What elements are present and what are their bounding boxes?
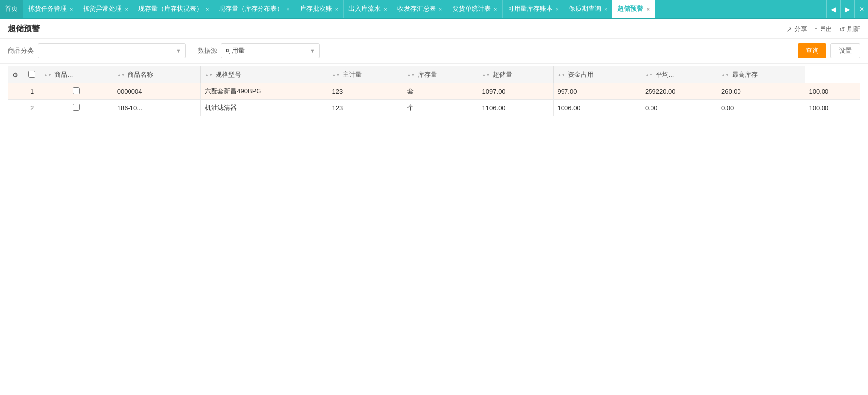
row-avg-0: 260.00	[717, 83, 805, 100]
top-navigation: 首页 拣货任务管理 × 拣货异常处理 × 现存量（库存状况表） × 现存量（库存…	[0, 0, 868, 19]
th-code[interactable]: ▲▼ 商品...	[40, 66, 113, 83]
th-capital[interactable]: ▲▼ 资金占用	[553, 66, 641, 83]
th-maxstock[interactable]: ▲▼ 最高库存	[717, 66, 805, 83]
row-check-0[interactable]	[40, 83, 113, 100]
col-name-label: 商品名称	[128, 71, 153, 78]
row-name-0: 六配套新昌490BPG	[201, 83, 328, 100]
row-overstock-1: 1006.00	[553, 100, 641, 116]
nav-close-3[interactable]: ×	[206, 6, 209, 12]
gear-icon[interactable]: ⚙	[12, 71, 18, 79]
nav-item-5[interactable]: 库存批次账 ×	[295, 0, 344, 18]
th-name[interactable]: ▲▼ 商品名称	[113, 66, 201, 83]
export-icon: ↑	[814, 25, 818, 33]
row-spec-0: 123	[328, 83, 403, 100]
sort-maxstock-icon: ▲▼	[721, 73, 729, 77]
nav-label-6: 出入库流水	[348, 5, 381, 13]
sort-spec-icon: ▲▼	[205, 73, 213, 77]
nav-item-7[interactable]: 收发存汇总表 ×	[392, 0, 447, 18]
row-empty-0	[8, 83, 24, 100]
row-empty-1	[8, 100, 24, 116]
row-maxstock-1: 100.00	[805, 100, 860, 116]
export-button[interactable]: ↑ 导出	[814, 25, 832, 34]
select-all-checkbox[interactable]	[28, 71, 35, 78]
row-unit-0: 套	[403, 83, 478, 100]
sort-unit-icon: ▲▼	[332, 73, 340, 77]
nav-close-10[interactable]: ×	[604, 6, 607, 12]
nav-item-11[interactable]: 超储预警 ×	[612, 0, 654, 18]
col-overstock-label: 超储量	[493, 71, 512, 78]
col-code-label: 商品...	[54, 71, 73, 78]
nav-close-1[interactable]: ×	[70, 6, 73, 12]
col-spec-label: 规格型号	[216, 71, 241, 78]
table-row: 2 186-10... 机油滤清器 123 个 1106.00 1006.00 …	[8, 100, 860, 116]
nav-item-9[interactable]: 可用量库存账本 ×	[503, 0, 564, 18]
nav-close-4[interactable]: ×	[286, 6, 289, 12]
datasource-filter: 数据源 可用量 ▼	[198, 43, 320, 58]
nav-item-4[interactable]: 现存量（库存分布表） ×	[214, 0, 295, 18]
share-label: 分享	[794, 25, 807, 34]
nav-close-5[interactable]: ×	[335, 6, 338, 12]
nav-close-2[interactable]: ×	[125, 6, 128, 12]
share-icon: ↗	[786, 25, 792, 33]
filter-bar: 商品分类 ▼ 数据源 可用量 ▼ 查询 设置	[0, 39, 868, 64]
th-gear[interactable]: ⚙	[8, 66, 24, 83]
table-body: 1 0000004 六配套新昌490BPG 123 套 1097.00 997.…	[8, 83, 860, 116]
row-code-1: 186-10...	[113, 100, 201, 116]
settings-button[interactable]: 设置	[830, 43, 860, 58]
nav-label-7: 收发存汇总表	[397, 5, 436, 13]
nav-item-home[interactable]: 首页	[0, 0, 23, 18]
sort-overstock-icon: ▲▼	[482, 73, 490, 77]
th-spec[interactable]: ▲▼ 规格型号	[201, 66, 328, 83]
query-button[interactable]: 查询	[798, 43, 826, 58]
sort-capital-icon: ▲▼	[558, 73, 565, 77]
nav-item-8[interactable]: 要货单统计表 ×	[447, 0, 502, 18]
nav-item-3[interactable]: 现存量（库存状况表） ×	[133, 0, 214, 18]
nav-item-10[interactable]: 保质期查询 ×	[564, 0, 612, 18]
nav-close-11[interactable]: ×	[646, 6, 649, 12]
page-header: 超储预警 ↗ 分享 ↑ 导出 ↺ 刷新	[0, 19, 868, 39]
category-select[interactable]: ▼	[38, 43, 186, 58]
nav-close-7[interactable]: ×	[439, 6, 442, 12]
nav-item-2[interactable]: 拣货异常处理 ×	[78, 0, 133, 18]
th-avg[interactable]: ▲▼ 平均...	[641, 66, 717, 83]
nav-close-9[interactable]: ×	[556, 6, 559, 12]
nav-close-8[interactable]: ×	[494, 6, 497, 12]
datasource-select-value: 可用量	[225, 46, 245, 55]
sort-code-icon: ▲▼	[44, 73, 52, 77]
table-header-row: ⚙ ▲▼ 商品... ▲▼ 商品名称 ▲▼ 规格型号 ▲▼	[8, 66, 860, 83]
sort-avg-icon: ▲▼	[645, 73, 653, 77]
share-button[interactable]: ↗ 分享	[786, 25, 807, 34]
row-check-1[interactable]	[40, 100, 113, 116]
nav-label-4: 现存量（库存分布表）	[219, 5, 283, 13]
nav-label-home: 首页	[5, 5, 18, 13]
category-dropdown-arrow: ▼	[176, 48, 181, 54]
refresh-button[interactable]: ↺ 刷新	[839, 25, 860, 34]
nav-label-9: 可用量库存账本	[508, 5, 553, 13]
data-table: ⚙ ▲▼ 商品... ▲▼ 商品名称 ▲▼ 规格型号 ▲▼	[8, 66, 860, 116]
th-unit[interactable]: ▲▼ 主计量	[328, 66, 403, 83]
nav-close-6[interactable]: ×	[384, 6, 387, 12]
nav-prev-arrow[interactable]: ◀	[826, 0, 840, 18]
row-num-1: 2	[24, 100, 40, 116]
nav-item-1[interactable]: 拣货任务管理 ×	[23, 0, 78, 18]
nav-label-2: 拣货异常处理	[83, 5, 122, 13]
th-checkbox[interactable]	[24, 66, 40, 83]
nav-item-6[interactable]: 出入库流水 ×	[344, 0, 392, 18]
th-overstock[interactable]: ▲▼ 超储量	[478, 66, 553, 83]
filter-actions: 查询 设置	[798, 43, 860, 58]
row-spec-1: 123	[328, 100, 403, 116]
nav-label-5: 库存批次账	[300, 5, 332, 13]
th-stock[interactable]: ▲▼ 库存量	[403, 66, 478, 83]
export-label: 导出	[820, 25, 832, 34]
nav-close-arrow[interactable]: ✕	[854, 0, 868, 18]
row-capital-0: 259220.00	[641, 83, 717, 100]
nav-label-8: 要货单统计表	[452, 5, 491, 13]
row-maxstock-0: 100.00	[805, 83, 860, 100]
table-container: ⚙ ▲▼ 商品... ▲▼ 商品名称 ▲▼ 规格型号 ▲▼	[0, 66, 868, 116]
nav-next-arrow[interactable]: ▶	[840, 0, 854, 18]
datasource-select[interactable]: 可用量 ▼	[221, 43, 320, 58]
category-label: 商品分类	[8, 46, 34, 55]
col-unit-label: 主计量	[343, 71, 362, 78]
sort-stock-icon: ▲▼	[407, 73, 415, 77]
nav-label-1: 拣货任务管理	[28, 5, 67, 13]
